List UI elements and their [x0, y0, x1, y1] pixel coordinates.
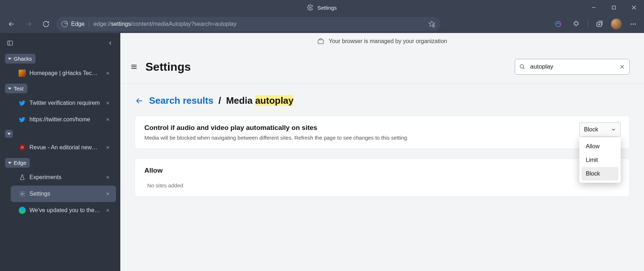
- site-favicon: R: [19, 144, 26, 151]
- edge-icon: [19, 207, 26, 214]
- card-desc: Media will be blocked when navigating be…: [144, 135, 572, 141]
- tab-title: Homepage | gHacks Technol: [29, 70, 100, 76]
- favorite-icon[interactable]: [428, 20, 435, 28]
- close-tab-icon[interactable]: [104, 173, 112, 181]
- dropdown-value: Block: [584, 126, 598, 133]
- page-title: Settings: [145, 60, 191, 74]
- sidebar-tab[interactable]: Experiments: [11, 169, 116, 186]
- breadcrumb-sep: /: [218, 95, 221, 106]
- address-bar[interactable]: Edge edge://settings/content/mediaAutopl…: [56, 17, 440, 31]
- settings-search-input[interactable]: [530, 63, 614, 70]
- group-name: Ghacks: [14, 56, 32, 62]
- chevron-down-icon: [8, 162, 11, 164]
- breadcrumb-link[interactable]: Search results: [149, 95, 213, 106]
- group-name: Edge: [14, 160, 26, 166]
- svg-rect-33: [318, 39, 324, 43]
- tab-group-label[interactable]: Test: [5, 84, 27, 93]
- close-tab-icon[interactable]: [104, 99, 112, 107]
- managed-banner: Your browser is managed by your organiza…: [120, 33, 644, 50]
- settings-search[interactable]: [515, 59, 630, 75]
- svg-point-28: [22, 193, 23, 195]
- tab-title: We've updated you to the la: [29, 207, 100, 214]
- copilot-icon[interactable]: [552, 18, 565, 31]
- chevron-down-icon: [611, 127, 616, 132]
- more-icon[interactable]: [627, 18, 640, 31]
- chevron-down-icon: [7, 133, 11, 135]
- close-tab-icon[interactable]: [104, 144, 112, 151]
- breadcrumb-current: Media autoplay: [226, 95, 293, 106]
- collections-icon[interactable]: [593, 18, 606, 31]
- toolbar: Edge edge://settings/content/mediaAutopl…: [0, 15, 644, 33]
- refresh-button[interactable]: [39, 17, 53, 31]
- titlebar: Settings: [0, 0, 644, 15]
- managed-banner-text: Your browser is managed by your organiza…: [329, 38, 447, 45]
- sidebar-tab[interactable]: Twitter verification requirem: [11, 95, 116, 111]
- sidebar-tab[interactable]: Settings: [11, 186, 116, 202]
- svg-point-14: [633, 24, 634, 25]
- empty-state: No sites added: [144, 182, 620, 188]
- tab-group-label[interactable]: Ghacks: [5, 54, 36, 64]
- hamburger-icon[interactable]: [129, 62, 139, 72]
- close-tab-icon[interactable]: [104, 116, 112, 123]
- settings-content: Your browser is managed by your organiza…: [120, 33, 644, 271]
- breadcrumb-back-icon[interactable]: [135, 96, 144, 106]
- edge-logo-icon: [61, 20, 68, 28]
- vertical-tabs-sidebar: GhacksHomepage | gHacks TechnolTestTwitt…: [0, 33, 120, 271]
- forward-button[interactable]: [22, 17, 36, 31]
- search-icon: [519, 63, 526, 70]
- extensions-icon[interactable]: [570, 18, 583, 31]
- collapse-sidebar-icon[interactable]: [105, 37, 116, 49]
- close-tab-icon[interactable]: [104, 190, 112, 198]
- dropdown-option[interactable]: Limit: [582, 153, 618, 167]
- autoplay-dropdown-menu: AllowLimitBlock: [579, 137, 621, 183]
- tab-title: Settings: [29, 191, 100, 197]
- svg-point-37: [520, 65, 524, 68]
- window-controls: [584, 0, 644, 15]
- minimize-button[interactable]: [584, 0, 604, 15]
- chevron-down-icon: [8, 58, 11, 60]
- close-tab-icon[interactable]: [104, 206, 112, 214]
- close-button[interactable]: [624, 0, 644, 15]
- close-tab-icon[interactable]: [104, 69, 112, 77]
- autoplay-control-card: Control if audio and video play automati…: [135, 116, 630, 149]
- briefcase-icon: [317, 38, 324, 45]
- svg-point-9: [556, 22, 561, 27]
- twitter-icon: [19, 116, 26, 123]
- gear-icon: [307, 4, 314, 11]
- window-title: Settings: [317, 5, 337, 11]
- clear-search-icon[interactable]: [618, 63, 626, 70]
- twitter-icon: [19, 99, 26, 107]
- svg-rect-16: [8, 41, 13, 45]
- back-button[interactable]: [4, 17, 19, 31]
- dropdown-option[interactable]: Allow: [582, 140, 618, 153]
- svg-rect-2: [612, 6, 616, 9]
- separator: [588, 20, 588, 28]
- sidebar-toggle-icon[interactable]: [4, 37, 16, 49]
- settings-header: Settings: [120, 50, 644, 84]
- tab-group-label[interactable]: [5, 130, 13, 138]
- url-text: edge://settings/content/mediaAutoplay?se…: [93, 21, 424, 27]
- tab-group-label[interactable]: Edge: [5, 158, 30, 168]
- tab-title: Experiments: [29, 174, 100, 181]
- flask-icon: [19, 174, 26, 181]
- sidebar-tab[interactable]: Homepage | gHacks Technol: [11, 65, 116, 81]
- maximize-button[interactable]: [604, 0, 624, 15]
- site-favicon: [19, 70, 26, 77]
- sidebar-tab[interactable]: RRevue - An editorial newslet: [11, 139, 116, 156]
- chevron-down-icon: [8, 88, 11, 90]
- tab-title: Revue - An editorial newslet: [29, 144, 100, 151]
- site-identity-label: Edge: [71, 21, 84, 27]
- sidebar-tab[interactable]: https://twitter.com/home: [11, 111, 116, 128]
- svg-point-0: [310, 7, 311, 9]
- tab-title: https://twitter.com/home: [29, 116, 100, 123]
- sidebar-tab[interactable]: We've updated you to the la: [11, 202, 116, 219]
- card-title: Control if audio and video play automati…: [144, 124, 572, 132]
- card-title: Allow: [144, 167, 620, 174]
- group-name: Test: [14, 85, 24, 92]
- svg-line-38: [523, 67, 524, 69]
- avatar[interactable]: [611, 19, 622, 29]
- dropdown-option[interactable]: Block: [582, 167, 618, 181]
- breadcrumb: Search results / Media autoplay: [135, 95, 630, 106]
- autoplay-dropdown[interactable]: Block: [579, 122, 621, 137]
- tab-title: Twitter verification requirem: [29, 100, 100, 106]
